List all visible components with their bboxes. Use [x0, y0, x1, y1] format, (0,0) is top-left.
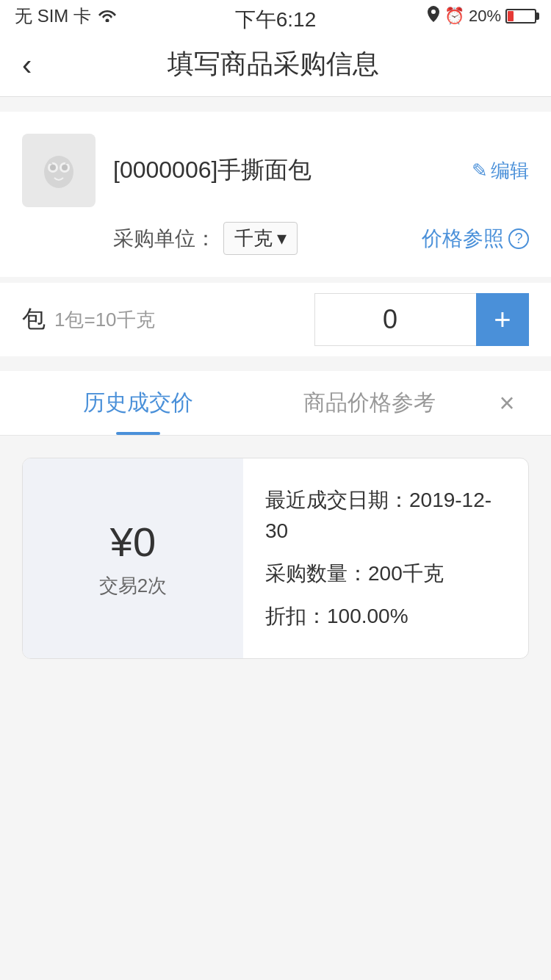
edit-icon: ✎	[472, 159, 488, 182]
price-card-right: 最近成交日期：2019-12-30 采购数量：200千克 折扣：100.00%	[243, 458, 528, 658]
quantity-input[interactable]	[314, 293, 476, 346]
product-name-area: [0000006]手撕面包	[113, 154, 472, 187]
unit-select[interactable]: 千克 ▾	[223, 222, 298, 255]
dropdown-icon: ▾	[277, 227, 287, 250]
unit-label: 采购单位： 千克 ▾	[113, 222, 298, 255]
quantity-input-group: +	[314, 293, 529, 346]
price-card: ¥0 交易2次 最近成交日期：2019-12-30 采购数量：200千克 折扣：…	[22, 458, 529, 659]
wifi-icon	[97, 6, 118, 26]
tab-price-ref[interactable]: 商品价格参考	[253, 371, 485, 435]
svg-point-2	[44, 156, 73, 188]
edit-label: 编辑	[491, 158, 529, 184]
svg-point-1	[431, 10, 436, 14]
svg-point-0	[106, 19, 109, 23]
location-icon	[427, 6, 440, 26]
unit-label-text: 采购单位：	[113, 225, 216, 253]
alarm-icon: ⏰	[444, 7, 464, 26]
discount-value: 100.00%	[327, 605, 408, 627]
purchase-qty-value: 200千克	[368, 562, 444, 585]
battery-icon	[505, 9, 536, 24]
quantity-plus-button[interactable]: +	[476, 293, 529, 346]
tab-history-label: 历史成交价	[83, 388, 193, 418]
price-ref-label: 价格参照	[422, 225, 504, 253]
discount-row: 折扣：100.00%	[265, 601, 506, 632]
tabs-section: 历史成交价 商品价格参考 × ¥0 交易2次 最近成交日期：2019-12-30…	[0, 371, 551, 729]
content-area: ¥0 交易2次 最近成交日期：2019-12-30 采购数量：200千克 折扣：…	[0, 436, 551, 729]
carrier-text: 无 SIM 卡	[15, 4, 91, 28]
battery-percent: 20%	[469, 7, 501, 26]
price-ref-button[interactable]: 价格参照 ?	[422, 225, 529, 253]
product-bottom-row: 采购单位： 千克 ▾ 价格参照 ?	[22, 222, 529, 255]
nav-bar: ‹ 填写商品采购信息	[0, 32, 551, 97]
help-icon: ?	[508, 228, 529, 249]
price-card-left: ¥0 交易2次	[23, 458, 243, 658]
last-deal-date-label: 最近成交日期：	[265, 489, 409, 511]
discount-label: 折扣：	[265, 605, 327, 627]
page-title: 填写商品采购信息	[46, 46, 500, 82]
tab-price-ref-label: 商品价格参考	[303, 388, 436, 418]
purchase-qty-row: 采购数量：200千克	[265, 558, 506, 589]
back-button[interactable]: ‹	[22, 50, 32, 79]
status-bar-left: 无 SIM 卡	[15, 4, 118, 28]
edit-link[interactable]: ✎ 编辑	[472, 158, 529, 184]
unit-value: 千克	[234, 226, 273, 251]
status-bar-time: 下午6:12	[235, 6, 317, 34]
product-top-row: [0000006]手撕面包 ✎ 编辑	[22, 134, 529, 207]
product-thumbnail	[22, 134, 96, 207]
svg-point-6	[62, 165, 68, 170]
tabs-close-button[interactable]: ×	[485, 381, 529, 425]
price-amount: ¥0	[110, 518, 156, 566]
product-card: [0000006]手撕面包 ✎ 编辑 采购单位： 千克 ▾ 价格参照 ?	[0, 112, 551, 277]
purchase-qty-label: 采购数量：	[265, 562, 368, 585]
tabs-header: 历史成交价 商品价格参考 ×	[0, 371, 551, 436]
status-bar: 无 SIM 卡 下午6:12 ⏰ 20%	[0, 0, 551, 32]
tab-history-price[interactable]: 历史成交价	[22, 371, 253, 435]
status-bar-right: ⏰ 20%	[427, 6, 536, 26]
unit-conversion: 1包=10千克	[54, 307, 155, 333]
unit-badge: 包	[22, 303, 46, 336]
svg-point-5	[50, 165, 56, 170]
quantity-bar: 包 1包=10千克 +	[0, 283, 551, 356]
quantity-unit-info: 包 1包=10千克	[22, 303, 155, 336]
product-name: [0000006]手撕面包	[113, 156, 311, 183]
last-deal-date-row: 最近成交日期：2019-12-30	[265, 485, 506, 547]
trade-count: 交易2次	[99, 573, 167, 599]
